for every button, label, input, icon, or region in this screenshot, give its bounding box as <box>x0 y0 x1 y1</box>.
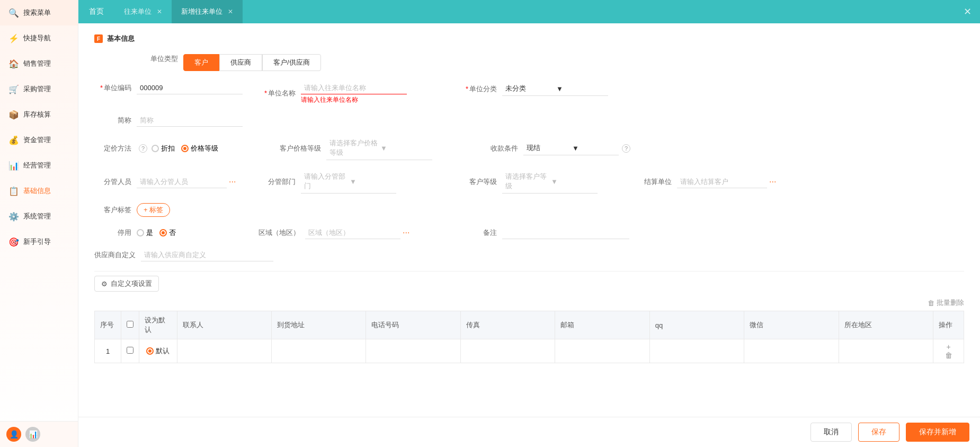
add-tag-btn[interactable]: + 标签 <box>137 203 170 217</box>
tab-contacts-close[interactable]: ✕ <box>157 8 162 15</box>
phone-input[interactable] <box>371 347 455 355</box>
cancel-button[interactable]: 取消 <box>810 423 852 442</box>
settlement-input[interactable] <box>677 176 767 188</box>
stats-icon[interactable]: 📊 <box>25 427 40 442</box>
unit-code-input[interactable] <box>137 82 243 94</box>
type-btn-supplier[interactable]: 供应商 <box>219 54 262 71</box>
radio-yes[interactable]: 是 <box>137 228 153 238</box>
radio-no[interactable]: 否 <box>159 228 176 238</box>
main-area: 首页 往来单位 ✕ 新增往来单位 ✕ ✕ F 基本信息 单位类型 客户 供应商 <box>78 0 980 447</box>
radio-discount-label: 折扣 <box>161 144 175 153</box>
cell-contact[interactable] <box>177 339 271 363</box>
add-row-btn[interactable]: + <box>947 343 951 351</box>
department-select[interactable]: 请输入分管部门 ▼ <box>301 170 396 194</box>
field-settlement: 结算单位 ··· <box>635 176 783 188</box>
cell-region[interactable] <box>839 339 933 363</box>
type-btn-customer[interactable]: 客户 <box>183 54 219 71</box>
customer-level-select[interactable]: 请选择客户等级 ▼ <box>502 170 598 194</box>
col-region: 所在地区 <box>839 311 933 339</box>
tab-new-contact-close[interactable]: ✕ <box>228 8 233 15</box>
select-all-checkbox[interactable] <box>127 321 133 328</box>
region-more-btn[interactable]: ··· <box>403 228 409 238</box>
form-content: F 基本信息 单位类型 客户 供应商 客户/供应商 单位编码 <box>78 23 980 417</box>
email-input[interactable] <box>560 347 644 355</box>
save-add-button[interactable]: 保存并新增 <box>906 423 969 442</box>
field-customer-level: 客户等级 请选择客户等级 ▼ <box>460 170 608 194</box>
sidebar-item-label: 搜索菜单 <box>23 8 51 17</box>
region-input[interactable] <box>305 226 400 239</box>
table-row: 1 默认 <box>95 339 964 363</box>
type-btn-both[interactable]: 客户/供应商 <box>262 54 321 71</box>
address-input[interactable] <box>277 347 360 355</box>
payment-terms-select[interactable]: 现结 ▼ <box>523 141 619 155</box>
sidebar-item-operation[interactable]: 📊 经营管理 <box>0 153 78 178</box>
sidebar-item-label: 采购管理 <box>23 84 51 94</box>
cell-address[interactable] <box>272 339 366 363</box>
sidebar-bottom: 👤 📊 <box>0 421 78 447</box>
unit-classify-select[interactable]: 未分类 ▼ <box>502 82 608 96</box>
settlement-label: 结算单位 <box>635 177 672 187</box>
sidebar-item-label: 经营管理 <box>23 161 51 170</box>
cell-default: 默认 <box>139 339 177 363</box>
tab-contacts[interactable]: 往来单位 ✕ <box>114 0 172 23</box>
save-button[interactable]: 保存 <box>858 423 899 442</box>
sidebar: 🔍 搜索菜单 ⚡ 快捷导航 🏠 销售管理 🛒 采购管理 📦 库存核算 💰 资金管… <box>0 0 78 447</box>
remark-input[interactable] <box>502 226 629 239</box>
finance-icon: 💰 <box>8 135 19 145</box>
guide-icon: 🎯 <box>8 236 19 247</box>
row-unit-info: 单位编码 单位名称 请输入往来单位名称 单位分类 未分类 ▼ <box>94 82 964 104</box>
contact-input[interactable] <box>183 347 266 355</box>
sidebar-item-quicknav[interactable]: ⚡ 快捷导航 <box>0 25 78 51</box>
chevron-down-icon4: ▼ <box>350 178 393 186</box>
chevron-down-icon5: ▼ <box>551 178 594 186</box>
cell-phone[interactable] <box>366 339 460 363</box>
unit-name-input[interactable] <box>301 82 407 94</box>
cell-no: 1 <box>95 339 121 363</box>
search-icon: 🔍 <box>8 7 19 18</box>
sidebar-item-purchase[interactable]: 🛒 采购管理 <box>0 76 78 102</box>
sidebar-item-system[interactable]: ⚙️ 系统管理 <box>0 204 78 229</box>
user-avatar[interactable]: 👤 <box>6 427 21 442</box>
cell-qq[interactable] <box>649 339 744 363</box>
row-checkbox[interactable] <box>127 347 133 354</box>
pricing-method-help-icon[interactable]: ? <box>139 144 147 153</box>
purchase-icon: 🛒 <box>8 84 19 94</box>
sidebar-item-sales[interactable]: 🏠 销售管理 <box>0 51 78 76</box>
payment-terms-label: 收款条件 <box>481 144 518 153</box>
cell-checkbox[interactable] <box>121 339 139 363</box>
wechat-input[interactable] <box>750 347 833 355</box>
row-region-input[interactable] <box>844 347 928 355</box>
sidebar-item-guide[interactable]: 🎯 新手引导 <box>0 229 78 255</box>
payment-terms-help-icon[interactable]: ? <box>622 144 630 153</box>
sidebar-item-finance[interactable]: 💰 资金管理 <box>0 127 78 153</box>
fax-input[interactable] <box>466 347 549 355</box>
window-close-button[interactable]: ✕ <box>955 6 980 17</box>
row-customer-tag: 客户标签 + 标签 <box>94 203 964 217</box>
sidebar-item-inventory[interactable]: 📦 库存核算 <box>0 102 78 127</box>
short-name-input[interactable] <box>137 114 243 127</box>
sidebar-item-basicinfo[interactable]: 📋 基础信息 <box>0 178 78 204</box>
settlement-more-btn[interactable]: ··· <box>769 177 776 187</box>
tab-new-contact[interactable]: 新增往来单位 ✕ <box>172 0 243 23</box>
customer-price-select[interactable]: 请选择客户价格等级 ▼ <box>326 136 432 160</box>
field-supplier-custom: 供应商自定义 <box>94 249 273 261</box>
radio-price-level[interactable]: 价格等级 <box>181 144 218 153</box>
custom-settings-btn[interactable]: ⚙ 自定义项设置 <box>94 276 159 292</box>
radio-price-level-label: 价格等级 <box>191 144 218 153</box>
manager-more-btn[interactable]: ··· <box>229 177 236 187</box>
sidebar-item-search[interactable]: 🔍 搜索菜单 <box>0 0 78 25</box>
cell-fax[interactable] <box>460 339 555 363</box>
cell-wechat[interactable] <box>744 339 839 363</box>
row-default-radio[interactable]: 默认 <box>145 346 172 356</box>
cell-email[interactable] <box>555 339 649 363</box>
delete-row-btn[interactable]: 🗑 <box>945 351 952 360</box>
qq-input[interactable] <box>655 347 739 355</box>
radio-discount[interactable]: 折扣 <box>152 144 175 153</box>
col-email: 邮箱 <box>555 311 649 339</box>
manager-input[interactable] <box>137 176 227 188</box>
batch-delete-btn[interactable]: 🗑 批量删除 <box>928 298 964 308</box>
tab-home[interactable]: 首页 <box>78 7 114 16</box>
tabbar: 首页 往来单位 ✕ 新增往来单位 ✕ ✕ <box>78 0 980 23</box>
supplier-custom-input[interactable] <box>141 249 273 261</box>
field-remark: 备注 <box>460 226 629 239</box>
